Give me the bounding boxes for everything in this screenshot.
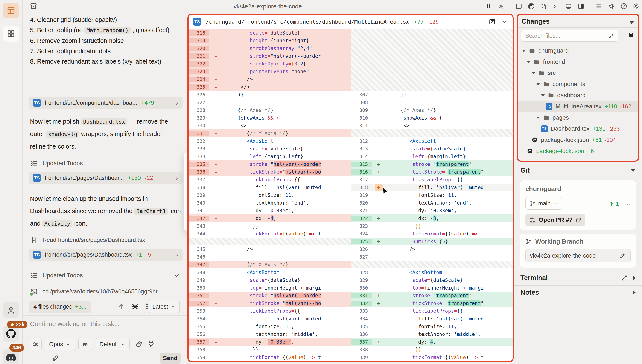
diff-row[interactable]: 332<AxisLeft	[189, 137, 351, 145]
diff-row[interactable]: 335-stroke="hsl(var(--border	[189, 160, 351, 168]
diff-row[interactable]: 357-dy: '0.33em',	[189, 338, 351, 346]
pause-button[interactable]	[485, 2, 492, 10]
read-file-row[interactable]: Read frontend/src/pages/Dashboard.tsx	[30, 236, 145, 244]
version-dropdown[interactable]: Latest	[149, 300, 180, 313]
diff-row[interactable]: 339tickFormat={(value) => t	[351, 354, 513, 361]
diff-row[interactable]: 327	[189, 98, 351, 106]
folder-toggle-icon[interactable]	[541, 94, 545, 96]
diff-row[interactable]: 337+dy: 4,	[351, 338, 513, 346]
folder-toggle-icon[interactable]	[527, 61, 530, 63]
diff-row[interactable]: 328{/* Axes */}	[189, 106, 351, 114]
cat-button[interactable]	[147, 340, 156, 348]
diff-row[interactable]: 315+stroke="transparent"	[351, 160, 513, 168]
search-input[interactable]	[525, 32, 608, 40]
diff-row[interactable]: 312<AxisLeft	[351, 137, 513, 145]
pencil-icon[interactable]	[619, 252, 626, 259]
changes-collapse-icon[interactable]	[629, 21, 634, 24]
working-branch-input[interactable]: vk/4e2a-explore-the-code	[525, 249, 630, 262]
terminal-command-row[interactable]: cd /private/var/folders/10/h7w0q46556ggr…	[30, 288, 162, 295]
tree-folder-pages[interactable]: pages	[518, 112, 639, 123]
diff-row[interactable]: 324-/>	[189, 75, 351, 83]
diff-row[interactable]: 331+stroke="transparent"	[351, 292, 513, 300]
diff-row[interactable]: 336-tickStroke="hsl(var(--bo	[189, 168, 351, 176]
github-button[interactable]: ★ 22k	[3, 326, 19, 342]
diff-row[interactable]: 328<AxisBottom	[351, 268, 513, 276]
expand-icon[interactable]	[621, 274, 627, 281]
diff-row[interactable]: 323-pointerEvents="none"	[189, 68, 351, 75]
collapse-up-button[interactable]	[497, 2, 505, 10]
diff-row[interactable]: 323}}	[351, 222, 513, 230]
diff-row[interactable]: 311<>	[351, 122, 513, 130]
tree-file-package-lock.json[interactable]: package-lock.json+6	[518, 146, 639, 157]
diff-row[interactable]: 307)}	[351, 91, 513, 98]
diff-row[interactable]: 336textAnchor: 'middle',	[351, 330, 513, 338]
model-dropdown[interactable]: Opus	[45, 338, 75, 350]
menu-button[interactable]	[595, 2, 602, 10]
diff-row[interactable]: 318+fill: 'hsl(var(--muted	[351, 184, 513, 191]
diff-row[interactable]: 355fontSize: 11,	[189, 322, 351, 330]
tree-folder-frontend[interactable]: frontend	[518, 56, 639, 68]
chevron-down-icon[interactable]	[173, 272, 180, 279]
composer-settings-button[interactable]	[29, 338, 42, 350]
diff-row[interactable]: 343}}	[189, 222, 351, 230]
branch-dropdown[interactable]: main	[525, 197, 562, 210]
diff-row[interactable]: 356textAnchor: 'middle',	[189, 330, 351, 338]
megaphone-button[interactable]	[608, 2, 615, 10]
open-pr-button[interactable]: Open PR #7	[525, 214, 585, 226]
diff-row[interactable]: 341dy: '0.33em',	[189, 207, 351, 214]
diff-row[interactable]: 342-dx: -4,	[189, 214, 351, 222]
diff-view-button[interactable]	[488, 18, 496, 25]
diff-row[interactable]: 330top={innerHeight + margi	[351, 284, 513, 292]
folder-toggle-icon[interactable]	[531, 72, 535, 74]
diff-row[interactable]: 349scale={dateScale}	[189, 276, 351, 284]
diff-row[interactable]: 325-</>	[189, 83, 351, 91]
diff-row[interactable]: 309{/* Axes */}	[351, 106, 513, 114]
folder-toggle-icon[interactable]	[522, 50, 526, 52]
diff-row[interactable]: 330<>	[189, 122, 351, 130]
diff-row[interactable]: 338fill: 'hsl(var(--muted	[189, 184, 351, 191]
discord-button[interactable]: 346	[3, 350, 19, 364]
mode-dropdown[interactable]: Default	[96, 338, 130, 350]
diff-row[interactable]: 338}}	[351, 346, 513, 354]
monitor-button[interactable]	[565, 2, 572, 10]
terminal-section-header[interactable]: Terminal	[517, 271, 639, 284]
diff-row[interactable]: 359tickFormat={(value) => t	[189, 354, 351, 361]
git-compare-button[interactable]	[540, 2, 547, 10]
help-button[interactable]	[620, 2, 627, 10]
panel-left-button[interactable]	[515, 2, 522, 10]
diff-row[interactable]: 358}}	[189, 346, 351, 354]
diff-row[interactable]: 348<AxisBottom	[189, 268, 351, 276]
diff-row[interactable]: 351-stroke="hsl(var(--border	[189, 292, 351, 300]
diff-row[interactable]: 353tickLabelProps={{	[189, 307, 351, 315]
diff-row[interactable]: 327	[351, 253, 513, 261]
diff-row[interactable]: 354fill: 'hsl(var(--muted	[189, 315, 351, 322]
diff-row[interactable]: 316+tickStroke="transparent"	[351, 168, 513, 176]
diff-row[interactable]: 320textAnchor: 'end',	[351, 199, 513, 207]
diff-row[interactable]: 329{showAxis && (	[189, 114, 351, 122]
diff-row[interactable]: 310{showAxis && (	[351, 114, 513, 122]
tree-file-package-lock.json[interactable]: package-lock.json+61-104	[518, 134, 639, 146]
diff-row[interactable]: 321dy: '0.33em',	[351, 207, 513, 214]
diff-row[interactable]: 325+numTicks={5}	[351, 238, 513, 245]
diff-row[interactable]: 329scale={dateScale}	[351, 276, 513, 284]
diff-row[interactable]: 324tickFormat={(value) => f	[351, 230, 513, 238]
tree-file-Dashboard.tsx[interactable]: TSDashboard.tsx+131-233	[518, 123, 639, 134]
diff-row[interactable]: 322+dx: -8,	[351, 214, 513, 222]
account-button[interactable]	[3, 302, 19, 318]
notes-section-header[interactable]: Notes	[517, 286, 639, 299]
diff-row[interactable]: 320-strokeDasharray="2,4"	[189, 44, 351, 52]
diff-row[interactable]: 335fontSize: 11,	[351, 322, 513, 330]
git-more-button[interactable]: …	[624, 198, 631, 207]
updated-todos-row[interactable]: Updated Todos	[30, 160, 83, 167]
workspace-tab[interactable]	[3, 26, 19, 42]
diff-row[interactable]: 339fontSize: 11,	[189, 191, 351, 199]
diff-row[interactable]: 318-scale={dateScale}	[189, 29, 351, 37]
tree-folder-components[interactable]: components	[518, 78, 639, 90]
diff-row[interactable]: 337tickLabelProps={{	[189, 176, 351, 184]
diff-row[interactable]: 308	[351, 98, 513, 106]
diff-row[interactable]: 321-stroke="hsl(var(--border	[189, 52, 351, 60]
diff-row[interactable]: 313scale={valueScale}	[351, 145, 513, 152]
file-change-chip[interactable]: TSfrontend/src/components/dashboa...+479…	[29, 96, 183, 109]
send-button[interactable]: Send	[160, 352, 181, 364]
search-shrink-icon[interactable]	[608, 32, 614, 39]
